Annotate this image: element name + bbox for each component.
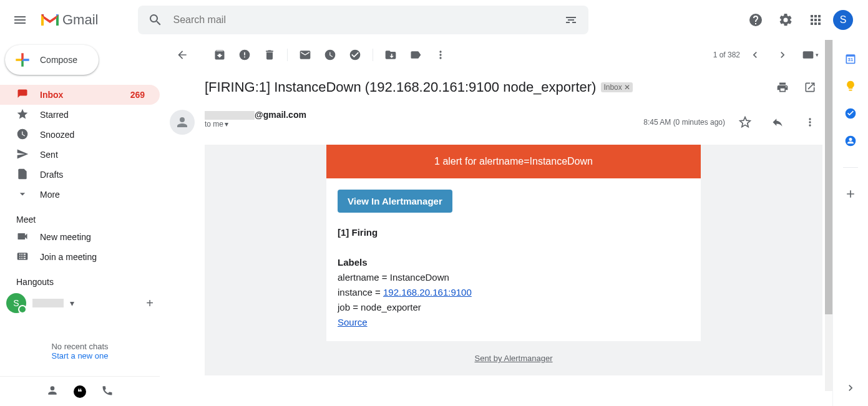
new-window-button[interactable] (797, 75, 822, 100)
recipient-toggle[interactable]: to me ▾ (205, 120, 643, 128)
contacts-tab-icon[interactable] (46, 384, 59, 399)
tasks-icon[interactable] (844, 107, 857, 120)
spam-button[interactable] (232, 42, 257, 67)
print-button[interactable] (770, 75, 795, 100)
svg-text:31: 31 (848, 57, 853, 62)
more-button[interactable] (428, 42, 453, 67)
plus-icon (12, 50, 32, 70)
labels-button[interactable] (403, 42, 428, 67)
gmail-wordmark: Gmail (62, 12, 98, 28)
hangouts-tab-icon[interactable]: ❝ (74, 385, 86, 398)
delete-button[interactable] (257, 42, 282, 67)
sender-email: @gmail.com (205, 110, 643, 120)
meet-section-label: Meet (0, 205, 160, 227)
search-icon[interactable] (143, 7, 168, 32)
view-alertmanager-button[interactable]: View In Alertmanager (338, 190, 452, 213)
email-content: 1 of 382 ▾ [FIRING:1] InstanceDown (192.… (160, 40, 832, 406)
sent-by-link[interactable]: Sent by Alertmanager (474, 354, 552, 363)
reply-button[interactable] (765, 110, 790, 135)
phone-tab-icon[interactable] (101, 384, 114, 399)
remove-label-icon[interactable]: ✕ (624, 83, 630, 92)
back-button[interactable] (170, 42, 195, 67)
source-link[interactable]: Source (338, 317, 368, 327)
label-instance: instance = 192.168.20.161:9100 (338, 285, 690, 300)
input-tools-button[interactable]: ▾ (797, 42, 822, 67)
inbox-count: 269 (130, 90, 150, 100)
email-subject: [FIRING:1] InstanceDown (192.168.20.161:… (205, 79, 596, 95)
inbox-label-chip[interactable]: Inbox ✕ (601, 82, 632, 92)
instance-link[interactable]: 192.168.20.161:9100 (383, 287, 472, 297)
email-body: 1 alert for alertname=InstanceDown View … (205, 145, 822, 375)
hangouts-username (32, 299, 64, 307)
sidebar-item-sent[interactable]: Sent (0, 145, 160, 165)
hangouts-add-icon[interactable]: + (146, 296, 154, 311)
video-icon (16, 230, 29, 244)
keyboard-icon (16, 250, 29, 264)
alert-banner: 1 alert for alertname=InstanceDown (326, 145, 701, 178)
search-input[interactable] (168, 14, 558, 26)
caret-down-icon[interactable]: ▾ (70, 298, 74, 308)
support-icon[interactable] (743, 7, 768, 32)
inbox-label: Inbox (40, 90, 63, 100)
compose-button[interactable]: Compose (5, 45, 99, 75)
keep-icon[interactable] (844, 80, 857, 92)
labels-header: Labels (338, 255, 690, 270)
sent-icon (16, 148, 29, 162)
sidebar: Compose Inbox 269 Starred Snoozed Sent D… (0, 40, 160, 406)
message-counter: 1 of 382 (713, 51, 740, 59)
search-options-icon[interactable] (558, 7, 583, 32)
calendar-icon[interactable]: 31 (844, 52, 857, 65)
main-menu-button[interactable] (5, 5, 35, 35)
sidebar-item-starred[interactable]: Starred (0, 105, 160, 125)
clock-icon (16, 128, 29, 142)
side-panel: 31 (833, 40, 868, 406)
sidebar-item-more[interactable]: More (0, 185, 160, 205)
prev-button[interactable] (743, 42, 768, 67)
firing-header: [1] Firing (338, 225, 690, 240)
mark-unread-button[interactable] (293, 42, 318, 67)
star-icon (16, 108, 29, 122)
move-to-button[interactable] (378, 42, 403, 67)
hangouts-section-label: Hangouts (0, 267, 160, 289)
caret-down-icon: ▾ (225, 120, 228, 128)
message-more-button[interactable] (797, 110, 822, 135)
add-addon-icon[interactable] (844, 188, 857, 200)
gmail-logo[interactable]: Gmail (35, 7, 98, 32)
scrollbar[interactable] (825, 40, 832, 391)
start-chat-link[interactable]: Start a new one (51, 351, 108, 360)
account-avatar[interactable]: S (833, 10, 853, 30)
hangouts-avatar: S (6, 293, 26, 313)
contacts-icon[interactable] (844, 135, 857, 147)
gmail-icon (37, 7, 62, 32)
label-alertname: alertname = InstanceDown (338, 270, 690, 285)
star-message-button[interactable] (733, 110, 758, 135)
expand-icon (16, 188, 29, 202)
compose-label: Compose (40, 55, 77, 65)
sidebar-item-inbox[interactable]: Inbox 269 (0, 85, 160, 105)
sidebar-item-drafts[interactable]: Drafts (0, 165, 160, 185)
drafts-icon (16, 168, 29, 182)
search-bar[interactable] (138, 6, 588, 34)
join-meeting-button[interactable]: Join a meeting (0, 247, 160, 267)
apps-icon[interactable] (803, 7, 828, 32)
no-chats-text: No recent chats (0, 342, 160, 351)
hangouts-user[interactable]: S ▾ + (0, 289, 160, 317)
new-meeting-button[interactable]: New meeting (0, 227, 160, 247)
hide-panel-icon[interactable] (844, 382, 857, 396)
inbox-icon (16, 88, 29, 102)
next-button[interactable] (770, 42, 795, 67)
email-timestamp: 8:45 AM (0 minutes ago) (643, 118, 725, 127)
sender-avatar (170, 110, 195, 135)
sidebar-item-snoozed[interactable]: Snoozed (0, 125, 160, 145)
label-job: job = node_exporter (338, 300, 690, 315)
snooze-button[interactable] (318, 42, 343, 67)
add-to-tasks-button[interactable] (343, 42, 368, 67)
settings-icon[interactable] (773, 7, 798, 32)
archive-button[interactable] (207, 42, 232, 67)
